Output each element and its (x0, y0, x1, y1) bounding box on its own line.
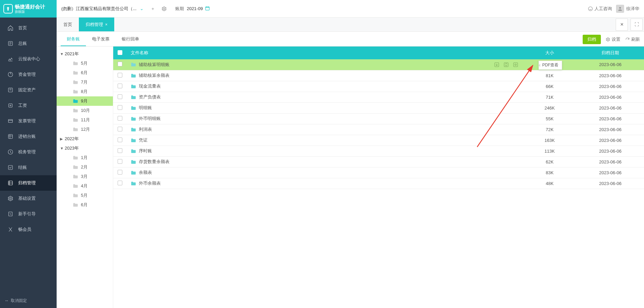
tree-month-0-6[interactable]: 11月 (57, 115, 113, 125)
tree-year-0[interactable]: ▼2021年 (57, 49, 113, 59)
chevron-down-icon[interactable]: ⌄ (140, 6, 144, 11)
table-row[interactable]: 存货数量余额表62K2023-06-06 (113, 156, 644, 167)
period-value[interactable]: 2021-09 (187, 6, 203, 11)
table-row[interactable]: 余额表83K2023-06-06 (113, 167, 644, 178)
svg-rect-8 (8, 165, 12, 170)
nav-item-7[interactable]: 进销台账 (0, 129, 57, 144)
nav-item-13[interactable]: 畅会员 (0, 222, 57, 237)
subtab-0[interactable]: 财务账 (61, 33, 86, 46)
archive-button[interactable]: 归档 (583, 35, 601, 44)
select-all-checkbox[interactable] (118, 50, 122, 55)
add-icon[interactable]: ＋ (148, 4, 157, 13)
fullscreen-button[interactable]: ⛶ (631, 19, 643, 31)
table-row[interactable]: 利润表72K2023-06-06 (113, 124, 644, 135)
tree-month-2-4[interactable]: 5月 (57, 191, 113, 200)
tree-month-0-2[interactable]: 7月 (57, 78, 113, 87)
nav-item-12[interactable]: 新手引导 (0, 206, 57, 222)
row-checkbox[interactable] (118, 159, 122, 164)
tree-month-0-7[interactable]: 12月 (57, 125, 113, 134)
tree-month-2-1[interactable]: 2月 (57, 162, 113, 172)
user-menu[interactable]: 徐泽华 (616, 5, 639, 13)
company-selector[interactable]: (勿删）江西服宝精品有限责任公司（... (61, 6, 136, 12)
sidebar-unpin[interactable]: ↔ 取消固定 (0, 293, 57, 308)
close-all-tabs-button[interactable]: ✕ (616, 19, 628, 31)
folder-icon (73, 174, 78, 179)
row-checkbox[interactable] (118, 127, 122, 131)
file-date: 2023-06-06 (577, 167, 644, 178)
table-row[interactable]: 明细账246K2023-06-06 (113, 102, 644, 113)
table-row[interactable]: 辅助核算明细账16K2023-06-06 (113, 59, 644, 70)
table-row[interactable]: 资产负债表71K2023-06-06 (113, 92, 644, 102)
table-row[interactable]: 外币余额表48K2023-06-06 (113, 178, 644, 189)
refresh-link[interactable]: 刷新 (625, 36, 640, 42)
row-checkbox[interactable] (118, 62, 122, 66)
tree-month-2-5[interactable]: 6月 (57, 200, 113, 210)
file-date: 2023-06-06 (577, 81, 644, 92)
row-checkbox[interactable] (118, 73, 122, 78)
tree-month-2-3[interactable]: 4月 (57, 181, 113, 191)
folder-icon (73, 118, 78, 122)
settings-link[interactable]: 设置 (606, 36, 620, 42)
row-checkbox[interactable] (118, 170, 122, 175)
table-row[interactable]: 现金流量表66K2023-06-06 (113, 81, 644, 92)
arrow-left-icon: ↔ (5, 298, 9, 303)
consult-link[interactable]: 人工咨询 (588, 6, 612, 12)
tree-month-0-3[interactable]: 8月 (57, 87, 113, 96)
tree-month-0-0[interactable]: 5月 (57, 59, 113, 68)
nav-item-9[interactable]: 结账 (0, 160, 57, 175)
folder-icon (73, 165, 78, 170)
row-checkbox[interactable] (118, 116, 122, 121)
tree-month-0-4[interactable]: 9月 (57, 96, 113, 106)
row-action-0-icon[interactable] (494, 62, 500, 68)
row-checkbox[interactable] (118, 181, 122, 185)
folder-icon (73, 108, 78, 113)
nav-item-8[interactable]: 税务管理 (0, 144, 57, 160)
row-action-2-icon[interactable] (513, 62, 519, 68)
nav-item-10[interactable]: 归档管理 (0, 175, 57, 191)
row-checkbox[interactable] (118, 137, 122, 142)
row-checkbox[interactable] (118, 84, 122, 88)
nav-label: 云报表中心 (18, 56, 40, 62)
row-action-1-icon[interactable] (503, 62, 509, 68)
calendar-icon[interactable] (205, 6, 210, 12)
tree-year-2[interactable]: ▼2023年 (57, 144, 113, 153)
nav-label: 归档管理 (18, 180, 36, 186)
tree-month-0-1[interactable]: 6月 (57, 68, 113, 78)
tree-month-0-5[interactable]: 10月 (57, 106, 113, 115)
nav-item-11[interactable]: 基础设置 (0, 191, 57, 206)
nav-item-2[interactable]: 云报表中心 (0, 51, 57, 67)
brand-sub: 旗舰版 (15, 10, 45, 13)
file-name: 序时账 (139, 148, 152, 153)
nav-label: 税务管理 (18, 149, 36, 155)
file-date: 2023-06-06 (577, 70, 644, 81)
nav-icon-6 (7, 118, 13, 124)
nav-item-5[interactable]: 工资 (0, 98, 57, 113)
subtab-1[interactable]: 电子发票 (86, 33, 116, 46)
gear-icon[interactable] (160, 4, 168, 13)
nav-item-4[interactable]: 固定资产 (0, 82, 57, 98)
nav-item-1[interactable]: 总账 (0, 36, 57, 51)
tree-month-2-2[interactable]: 3月 (57, 172, 113, 181)
row-checkbox[interactable] (118, 94, 122, 99)
nav-icon-5 (7, 102, 13, 109)
table-row[interactable]: 辅助核算余额表81K2023-06-06 (113, 70, 644, 81)
nav-item-0[interactable]: 首页 (0, 20, 57, 36)
file-size: 113K (523, 146, 577, 156)
table-row[interactable]: 序时账113K2023-06-06 (113, 146, 644, 156)
topbar: (勿删）江西服宝精品有限责任公司（... ⌄ ＋ 账期 2021-09 人工咨询 (57, 0, 644, 18)
tab-close-icon[interactable]: × (105, 22, 108, 27)
nav-icon-3 (7, 71, 13, 78)
tree-year-1[interactable]: ▶2022年 (57, 134, 113, 144)
table-row[interactable]: 凭证163K2023-06-06 (113, 135, 644, 146)
row-checkbox[interactable] (118, 105, 122, 110)
tab-1[interactable]: 归档管理× (79, 18, 114, 31)
table-row[interactable]: 外币明细账55K2023-06-06 (113, 113, 644, 124)
tab-0[interactable]: 首页 (57, 18, 79, 31)
subtab-2[interactable]: 银行回单 (116, 33, 145, 46)
nav-item-6[interactable]: 发票管理 (0, 113, 57, 129)
folder-icon (131, 106, 136, 111)
tree-month-2-0[interactable]: 1月 (57, 153, 113, 162)
nav-item-3[interactable]: 资金管理 (0, 67, 57, 82)
svg-rect-3 (9, 104, 12, 107)
row-checkbox[interactable] (118, 148, 122, 153)
